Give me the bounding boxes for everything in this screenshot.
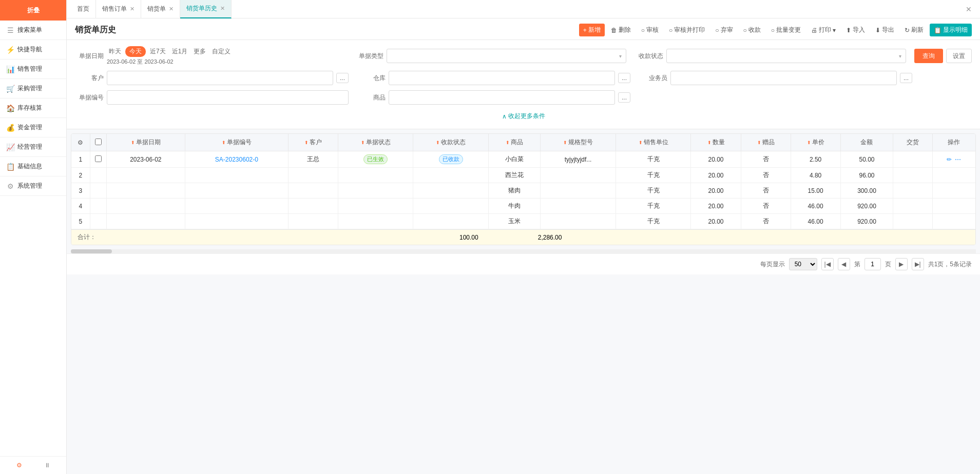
filter-goods-input[interactable]	[389, 90, 615, 105]
tab-sales-history-close[interactable]: ✕	[220, 5, 225, 12]
col-collect-status[interactable]: ⬆收款状态	[413, 134, 489, 151]
quick-nav-icon: ⚡	[6, 46, 14, 54]
cell-amount: 920.00	[840, 199, 893, 214]
basic-info-icon: 📋	[6, 163, 14, 171]
collapse-filter-btn[interactable]: ∧ 收起更多条件	[75, 110, 972, 123]
cell-checkbox[interactable]	[90, 214, 106, 229]
print-button[interactable]: 🖨 打印 ▾	[807, 24, 840, 36]
sidebar-collapse-icon[interactable]: ⏸	[44, 462, 50, 469]
filter-customer-input[interactable]	[107, 71, 333, 85]
filter-customer-ellipsis[interactable]: ...	[336, 73, 349, 83]
delete-button[interactable]: 🗑 删除	[607, 24, 635, 36]
col-quantity[interactable]: ⬆数量	[691, 134, 741, 151]
more-row-btn[interactable]: ⋯	[955, 156, 961, 163]
sidebar-item-search-menu[interactable]: ☰ 搜索菜单	[0, 21, 66, 40]
col-date[interactable]: ⬆单据日期	[106, 134, 185, 151]
col-gift[interactable]: ⬆赠品	[741, 134, 791, 151]
query-button[interactable]: 查询	[914, 49, 943, 63]
page-input[interactable]: 1	[864, 258, 881, 270]
sidebar-settings-icon[interactable]: ⚙	[16, 462, 22, 469]
page-prev-btn[interactable]: ◀	[838, 258, 850, 270]
col-sales-unit[interactable]: ⬆销售单位	[616, 134, 691, 151]
date-custom[interactable]: 自定义	[210, 46, 233, 57]
cell-checkbox[interactable]	[90, 151, 106, 168]
page-last-btn[interactable]: ▶|	[912, 258, 924, 270]
filter-salesperson-input[interactable]	[670, 71, 897, 85]
page-first-btn[interactable]: |◀	[821, 258, 834, 270]
doc-no-link[interactable]: SA-20230602-0	[215, 156, 258, 163]
doc-no-sort-icon: ⬆	[222, 140, 226, 145]
edit-row-btn[interactable]: ✏	[947, 156, 952, 163]
collect-button[interactable]: ○ 收款	[739, 24, 765, 36]
tab-sales-shipment-close[interactable]: ✕	[169, 6, 174, 12]
tab-sales-history[interactable]: 销货单历史 ✕	[180, 0, 232, 18]
filter-salesperson: 业务员 ...	[639, 71, 912, 85]
sidebar-item-system-mgmt[interactable]: ⚙ 系统管理	[0, 176, 66, 196]
filter-doc-type-select[interactable]: ▾	[387, 49, 626, 63]
tab-bar-close-all[interactable]: ✕	[962, 5, 976, 13]
tab-sales-order-close[interactable]: ✕	[130, 6, 134, 12]
filter-warehouse-ellipsis[interactable]: ...	[618, 73, 630, 83]
tab-sales-shipment[interactable]: 销货单 ✕	[141, 0, 180, 18]
sidebar-logo: 折叠	[0, 0, 66, 21]
settings-gear-icon[interactable]: ⚙	[78, 139, 83, 146]
col-goods[interactable]: ⬆商品	[488, 134, 540, 151]
date-7days[interactable]: 近7天	[148, 46, 168, 57]
date-today[interactable]: 今天	[125, 46, 146, 57]
filter-collect-status-select[interactable]: ▾	[666, 49, 906, 63]
col-customer[interactable]: ⬆客户	[288, 134, 338, 151]
refresh-button[interactable]: ↻ 刷新	[900, 24, 928, 36]
col-doc-no[interactable]: ⬆单据编号	[185, 134, 289, 151]
show-detail-button[interactable]: 📋 显示明细	[930, 24, 972, 36]
filter-warehouse-input[interactable]	[389, 71, 615, 85]
date-1month[interactable]: 近1月	[170, 46, 190, 57]
date-sort-icon: ⬆	[131, 140, 135, 145]
filter-salesperson-ellipsis[interactable]: ...	[900, 73, 912, 83]
sidebar-item-inventory-calc[interactable]: 🏠 库存核算	[0, 98, 66, 118]
sidebar-item-purchase-mgmt[interactable]: 🛒 采购管理	[0, 79, 66, 98]
page-next-btn[interactable]: ▶	[895, 258, 908, 270]
sidebar-item-basic-info[interactable]: 📋 基础信息	[0, 157, 66, 176]
date-yesterday[interactable]: 昨天	[107, 46, 123, 57]
select-all-checkbox[interactable]	[95, 139, 102, 145]
col-amount: 金额	[840, 134, 893, 151]
scrollbar-thumb[interactable]	[71, 249, 112, 253]
settings-button[interactable]: 设置	[946, 49, 972, 63]
cell-action	[932, 183, 975, 199]
table-row: 3猪肉千克20.00否15.00300.00	[71, 183, 975, 199]
export-button[interactable]: ⬇ 导出	[871, 24, 898, 36]
cell-checkbox[interactable]	[90, 168, 106, 183]
sidebar-item-sales-mgmt[interactable]: 📊 销售管理	[0, 60, 66, 79]
sidebar-item-finance-mgmt[interactable]: 💰 资金管理	[0, 118, 66, 137]
filter-goods-ellipsis[interactable]: ...	[618, 92, 630, 103]
per-page-select[interactable]: 50 100 200	[789, 258, 817, 270]
row-checkbox[interactable]	[95, 155, 102, 162]
cell-checkbox[interactable]	[90, 199, 106, 214]
col-settings[interactable]: ⚙	[71, 134, 90, 151]
audit-print-button[interactable]: ○ 审核并打印	[665, 24, 709, 36]
sidebar-item-quick-nav[interactable]: ⚡ 快捷导航	[0, 40, 66, 60]
audit-print-icon: ○	[669, 27, 672, 34]
col-unit-price[interactable]: ⬆单价	[791, 134, 840, 151]
cell-transaction	[893, 151, 932, 168]
sidebar-item-label: 库存核算	[17, 104, 42, 112]
col-transaction: 交货	[893, 134, 932, 151]
tab-home[interactable]: 首页	[71, 0, 96, 18]
cell-customer	[288, 168, 338, 183]
horizontal-scrollbar[interactable]	[71, 249, 976, 253]
col-spec-type[interactable]: ⬆规格型号	[541, 134, 616, 151]
filter-doc-no-input[interactable]	[107, 90, 349, 105]
abandon-button[interactable]: ○ 弃审	[711, 24, 737, 36]
new-button[interactable]: + 新增	[579, 24, 605, 36]
cell-checkbox[interactable]	[90, 183, 106, 199]
col-doc-status[interactable]: ⬆单据状态	[338, 134, 413, 151]
import-button[interactable]: ⬆ 导入	[842, 24, 869, 36]
cell-row-num: 4	[71, 199, 90, 214]
date-more[interactable]: 更多	[191, 46, 208, 57]
tab-sales-order[interactable]: 销售订单 ✕	[96, 0, 141, 18]
audit-print-label: 审核并打印	[674, 26, 705, 34]
table-row: 5玉米千克20.00否46.00920.00	[71, 214, 975, 229]
audit-button[interactable]: ○ 审核	[637, 24, 663, 36]
sidebar-item-operations-mgmt[interactable]: 📈 经营管理	[0, 137, 66, 157]
batch-change-button[interactable]: ○ 批量变更	[767, 24, 805, 36]
